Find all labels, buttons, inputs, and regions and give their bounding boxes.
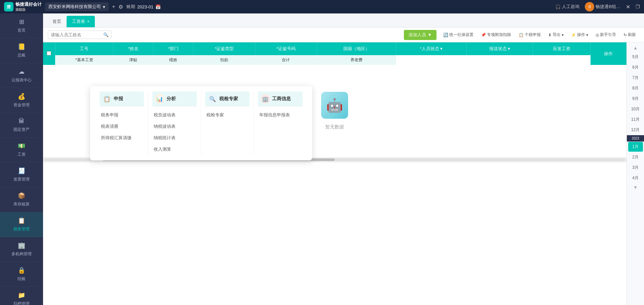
sidebar-item-close[interactable]: 🔒 结账	[0, 262, 43, 287]
sidebar-item-archive[interactable]: 📁 归档管理	[0, 287, 43, 305]
cal-month-12-2022[interactable]: 12月	[628, 125, 643, 135]
gongshang-title: 工商信息	[272, 96, 291, 102]
col-basic-salary: *基本工资	[55, 55, 113, 65]
tax-report-button[interactable]: 📋 个税申报	[515, 30, 544, 39]
special-deduction-label: 专项附加扣除	[487, 32, 511, 38]
top-bar: 捷 畅捷通好会计 旗舰版 西安虾米网络科技有限公司 ▾ + ⚙ 账期 2023-…	[0, 0, 644, 13]
cal-month-10-2022[interactable]: 10月	[628, 104, 643, 114]
sidebar-item-ledger[interactable]: 📒 总账	[0, 38, 43, 63]
consult-label: 人工咨询	[562, 4, 579, 10]
social-insurance-icon: 🔄	[443, 33, 448, 37]
content-area: 首页 工资表 × 🔍 添加人员 ▼ 🔄 统一社保设置	[43, 13, 644, 305]
logo-area: 捷 畅捷通好会计 旗舰版	[4, 1, 42, 12]
export-button[interactable]: ⬇ 导出 ▾	[545, 30, 567, 39]
social-insurance-button[interactable]: 🔄 统一社保设置	[440, 30, 477, 39]
shuijian-section-icon: 🔍	[208, 94, 217, 104]
menu-item-annual-report[interactable]: 年报信息申报表	[258, 109, 303, 121]
sidebar-item-home[interactable]: ⊞ 首页	[0, 13, 43, 38]
col-pension: 养老费	[317, 55, 396, 65]
cal-month-7-2022[interactable]: 7月	[628, 73, 643, 83]
tab-close-button[interactable]: ×	[87, 19, 89, 24]
inventory-icon: 📦	[18, 192, 25, 199]
sidebar-item-salary[interactable]: 💵 工资	[0, 138, 43, 162]
cal-month-4-2023[interactable]: 4月	[628, 173, 643, 183]
select-all-checkbox[interactable]	[47, 51, 51, 55]
search-input[interactable]	[51, 32, 101, 37]
company-name: 西安虾米网络科技有限公司	[48, 4, 101, 10]
add-staff-label: 添加人员	[409, 32, 426, 38]
add-company-button[interactable]: +	[112, 4, 115, 10]
sidebar-item-tax[interactable]: 📋 税务管理	[0, 212, 43, 237]
period-value[interactable]: 2023-01	[137, 4, 153, 9]
company-selector[interactable]: 西安虾米网络科技有限公司 ▾	[45, 2, 109, 11]
refresh-icon: ↻	[623, 33, 627, 37]
main-layout: ⊞ 首页 📒 总账 ☁ 云报表中心 💰 资金管理 🏛 固定资产 💵 工资 🧾 发…	[0, 13, 644, 305]
menu-item-tax-table[interactable]: 税表清册	[100, 121, 144, 132]
tab-home[interactable]: 首页	[47, 16, 67, 27]
sidebar-item-invoice[interactable]: 🧾 发票管理	[0, 162, 43, 187]
col-total: 合计	[255, 55, 317, 65]
user-name: 畅捷通B组…	[596, 4, 620, 10]
sidebar-label-inventory: 库存核算	[13, 201, 30, 207]
menu-item-income-tax-clearance[interactable]: 所得税汇算清缴	[100, 132, 144, 144]
menu-item-tax-fluctuation[interactable]: 纳税波动表	[152, 121, 197, 132]
tab-salary-label: 工资表	[72, 18, 85, 25]
empty-icon: 🤖	[321, 92, 348, 119]
cal-month-5-2022[interactable]: 5月	[628, 52, 643, 62]
sidebar-item-inventory[interactable]: 📦 库存核算	[0, 187, 43, 212]
user-area[interactable]: B 畅捷通B组…	[585, 2, 620, 11]
logo-char: 捷	[7, 4, 11, 10]
calendar-panel: ▲ 5月 6月 7月 8月 9月 10月 11月 12月 2023 1月 2月 …	[627, 42, 644, 305]
col-allowance: 津贴	[113, 55, 153, 65]
consult-button[interactable]: 🎧 人工咨询	[555, 4, 579, 10]
special-deduction-button[interactable]: 📌 专项附加扣除	[478, 30, 515, 39]
cal-month-6-2022[interactable]: 6月	[628, 63, 643, 72]
menu-item-tax-stats[interactable]: 纳税统计表	[152, 132, 197, 144]
sidebar-item-assets[interactable]: 🏛 固定资产	[0, 113, 43, 138]
sidebar-item-multi[interactable]: 🏢 多机构管理	[0, 237, 43, 262]
col-name: *姓名	[113, 42, 153, 55]
add-dropdown-arrow: ▼	[427, 32, 432, 37]
export-arrow: ▾	[562, 33, 564, 37]
empty-robot-icon: 🤖	[326, 98, 343, 113]
company-dropdown-icon: ▾	[103, 4, 105, 9]
sidebar-item-cloud[interactable]: ☁ 云报表中心	[0, 63, 43, 88]
menu-item-tax-filing[interactable]: 税务申报	[100, 109, 144, 121]
empty-text: 暂无数据	[325, 124, 344, 130]
window-close-button[interactable]: ✕	[626, 4, 630, 10]
menu-item-tax-expert[interactable]: 税检专家	[205, 109, 250, 121]
calendar-down-nav[interactable]: ▼	[632, 183, 639, 191]
cal-month-8-2022[interactable]: 8月	[628, 83, 643, 93]
cal-month-11-2022[interactable]: 11月	[628, 115, 643, 124]
menu-item-income-estimate[interactable]: 收入测算	[152, 144, 197, 155]
app-sub: 旗舰版	[15, 7, 42, 12]
add-staff-button[interactable]: 添加人员 ▼	[404, 30, 437, 40]
operation-label: 操作	[577, 32, 585, 38]
operation-icon: ⚡	[571, 33, 576, 37]
col-performance: 绩效	[153, 55, 193, 65]
tab-salary[interactable]: 工资表 ×	[67, 16, 95, 27]
operation-button[interactable]: ⚡ 操作 ▾	[568, 30, 592, 39]
top-bar-right: 🎧 人工咨询 B 畅捷通B组… ✕ ❐	[555, 2, 640, 11]
cal-month-3-2023[interactable]: 3月	[628, 163, 643, 173]
sidebar-item-funds[interactable]: 💰 资金管理	[0, 88, 43, 113]
logo-text: 畅捷通好会计 旗舰版	[15, 1, 42, 12]
table-wrapper: 工号 *姓名 *部门 *证鉴类型 *证鉴号码 国籍（地区） *人员状态 ▾ 报送…	[43, 42, 627, 305]
calendar-up-nav[interactable]: ▲	[632, 44, 639, 52]
window-maximize-button[interactable]: ❐	[636, 4, 640, 9]
app-name: 畅捷通好会计	[15, 1, 42, 7]
cal-month-2-2023[interactable]: 2月	[628, 152, 643, 162]
archive-icon: 📁	[18, 292, 25, 299]
new-guide-button[interactable]: ◎ 新手引导	[592, 30, 619, 39]
cloud-icon: ☁	[18, 68, 25, 75]
menu-title-shenbao: 📋 申报	[100, 91, 144, 107]
settings-icon[interactable]: ⚙	[118, 4, 123, 10]
export-label: 导出	[553, 32, 561, 38]
cal-month-1-2023[interactable]: 1月	[628, 142, 643, 152]
tab-home-label: 首页	[52, 19, 61, 24]
menu-item-tax-burden[interactable]: 税负波动表	[152, 109, 197, 121]
sidebar-label-close: 结账	[17, 276, 26, 282]
cal-month-9-2022[interactable]: 9月	[628, 94, 643, 104]
refresh-button[interactable]: ↻ 刷新	[620, 30, 639, 39]
select-all-header[interactable]	[43, 42, 55, 65]
